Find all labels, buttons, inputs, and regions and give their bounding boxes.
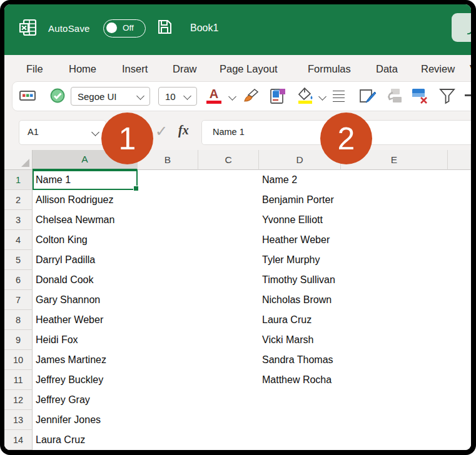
row-header-1[interactable]: 1 bbox=[4, 170, 33, 190]
cell-A11[interactable]: Jeffrey Buckley bbox=[36, 370, 103, 390]
accessibility-check-icon[interactable] bbox=[50, 88, 65, 103]
ribbon-area: FileHomeInsertDrawPage LayoutFormulasDat… bbox=[4, 55, 471, 150]
cell-A14[interactable]: Laura Cruz bbox=[36, 430, 85, 450]
row-header-3[interactable]: 3 bbox=[4, 210, 33, 230]
cell-D1[interactable]: Name 2 bbox=[262, 170, 297, 190]
row-header-4[interactable]: 4 bbox=[4, 230, 33, 250]
cell-D4[interactable]: Heather Weber bbox=[262, 230, 330, 250]
row-header-11[interactable]: 11 bbox=[4, 370, 33, 390]
worksheet-grid: ABCDE 1Name 1Name 22Allison RodriguezBen… bbox=[4, 150, 471, 450]
formula-bar-value: Name 1 bbox=[213, 127, 245, 137]
fill-color-icon[interactable] bbox=[296, 86, 315, 105]
font-name-select[interactable]: Segoe UI bbox=[71, 87, 150, 106]
row-header-7[interactable]: 7 bbox=[4, 290, 33, 310]
cell-A2[interactable]: Allison Rodriguez bbox=[36, 190, 114, 210]
column-header-clipped[interactable] bbox=[448, 150, 471, 170]
cell-A6[interactable]: Donald Cook bbox=[36, 270, 94, 290]
font-color-icon[interactable]: A bbox=[205, 86, 223, 105]
tab-draw[interactable]: Draw bbox=[173, 60, 197, 78]
align-lines-icon[interactable] bbox=[332, 89, 345, 103]
format-painter-icon[interactable] bbox=[242, 88, 260, 104]
fill-handle[interactable] bbox=[133, 186, 139, 191]
name-box-value: A1 bbox=[28, 127, 39, 137]
callout-badge-2: 2 bbox=[320, 112, 372, 164]
cell-D8[interactable]: Laura Cruz bbox=[262, 310, 311, 330]
column-header-c[interactable]: C bbox=[198, 150, 259, 170]
cell-D11[interactable]: Matthew Rocha bbox=[262, 370, 332, 390]
cell-A8[interactable]: Heather Weber bbox=[36, 310, 103, 330]
cell-D2[interactable]: Benjamin Porter bbox=[262, 190, 334, 210]
save-icon[interactable] bbox=[156, 19, 173, 35]
title-bar: AutoSave Off Book1 bbox=[4, 4, 471, 55]
autosave-toggle[interactable]: Off bbox=[103, 19, 146, 38]
excel-app-icon[interactable] bbox=[19, 18, 38, 37]
data-types-icon[interactable] bbox=[270, 87, 286, 104]
callout-badge-1: 1 bbox=[101, 112, 153, 164]
cell-D5[interactable]: Tyler Murphy bbox=[262, 250, 320, 270]
row-header-10[interactable]: 10 bbox=[4, 350, 33, 370]
row-header-6[interactable]: 6 bbox=[4, 270, 33, 290]
tab-file[interactable]: File bbox=[26, 60, 43, 78]
tab-view[interactable]: View bbox=[470, 60, 471, 78]
row-header-9[interactable]: 9 bbox=[4, 330, 33, 350]
select-all-button[interactable] bbox=[4, 150, 33, 170]
row-header-14[interactable]: 14 bbox=[4, 430, 33, 450]
select-all-triangle-icon bbox=[21, 159, 29, 167]
cell-A9[interactable]: Heidi Fox bbox=[36, 330, 78, 350]
tab-formulas[interactable]: Formulas bbox=[308, 60, 351, 78]
cell-D7[interactable]: Nicholas Brown bbox=[262, 290, 332, 310]
paste-link-icon[interactable] bbox=[385, 88, 403, 104]
cell-A13[interactable]: Jennifer Jones bbox=[36, 410, 101, 430]
enter-check-icon[interactable]: ✓ bbox=[155, 122, 168, 140]
row-header-12[interactable]: 12 bbox=[4, 390, 33, 410]
row-header-2[interactable]: 2 bbox=[4, 190, 33, 210]
delete-cells-icon[interactable] bbox=[411, 87, 429, 105]
form-edit-icon[interactable] bbox=[358, 88, 377, 104]
insert-function-icon[interactable]: fx bbox=[178, 123, 189, 138]
chevron-down-icon bbox=[183, 92, 191, 100]
chevron-down-icon bbox=[136, 92, 144, 100]
font-name-value: Segoe UI bbox=[78, 91, 117, 102]
tab-page-layout[interactable]: Page Layout bbox=[220, 60, 278, 78]
name-box[interactable]: A1 bbox=[19, 120, 106, 145]
row-header-13[interactable]: 13 bbox=[4, 410, 33, 430]
clipped-toolbar-icon[interactable] bbox=[465, 94, 471, 96]
screenshot-frame: AutoSave Off Book1 FileHomeInsertDrawPag… bbox=[0, 0, 476, 455]
cell-A4[interactable]: Colton King bbox=[36, 230, 88, 250]
tab-review[interactable]: Review bbox=[421, 60, 455, 78]
cell-A7[interactable]: Gary Shannon bbox=[36, 290, 100, 310]
font-size-select[interactable]: 10 bbox=[158, 87, 197, 106]
row-header-8[interactable]: 8 bbox=[4, 310, 33, 330]
autosave-state: Off bbox=[123, 23, 134, 32]
toolbar-options-icon[interactable] bbox=[19, 90, 36, 101]
document-title[interactable]: Book1 bbox=[190, 22, 218, 34]
tab-home[interactable]: Home bbox=[69, 60, 96, 78]
tab-data[interactable]: Data bbox=[376, 60, 398, 78]
row-header-5[interactable]: 5 bbox=[4, 250, 33, 270]
cell-A12[interactable]: Jeffrey Gray bbox=[36, 390, 90, 410]
toggle-knob bbox=[106, 22, 117, 33]
autosave-label: AutoSave bbox=[48, 23, 90, 34]
name-box-chevron-icon bbox=[91, 128, 99, 136]
cell-D3[interactable]: Yvonne Elliott bbox=[262, 210, 323, 230]
cell-D10[interactable]: Sandra Thomas bbox=[262, 350, 333, 370]
selected-cell-outline[interactable] bbox=[33, 170, 138, 190]
filter-icon[interactable] bbox=[438, 87, 456, 104]
titlebar-right-button[interactable] bbox=[452, 13, 471, 42]
titlebar-right-button-glyph bbox=[467, 29, 471, 35]
cell-A5[interactable]: Darryl Padilla bbox=[36, 250, 95, 270]
cell-D6[interactable]: Timothy Sullivan bbox=[262, 270, 335, 290]
cell-D9[interactable]: Vicki Marsh bbox=[262, 330, 313, 350]
cell-A3[interactable]: Chelsea Newman bbox=[36, 210, 114, 230]
cell-A10[interactable]: James Martinez bbox=[36, 350, 106, 370]
tab-insert[interactable]: Insert bbox=[122, 60, 148, 78]
font-size-value: 10 bbox=[165, 91, 176, 102]
excel-window: AutoSave Off Book1 FileHomeInsertDrawPag… bbox=[4, 4, 471, 450]
